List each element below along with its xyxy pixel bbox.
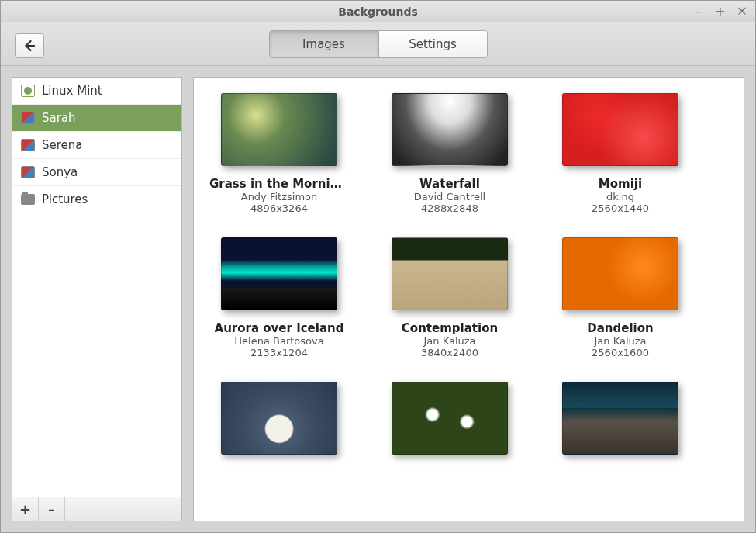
wallpaper-title: Contemplation [402, 321, 498, 335]
wallpaper-dimensions: 2560x1440 [592, 202, 649, 214]
wallpaper-thumbnail [221, 93, 337, 166]
add-folder-button[interactable]: + [12, 497, 39, 521]
sidebar-footer: + – [12, 497, 181, 521]
wallpaper-item[interactable] [551, 382, 690, 455]
wallpaper-dimensions: 3840x2400 [421, 347, 478, 358]
wallpaper-author: Helena Bartosova [234, 335, 323, 347]
sidebar-item-serena[interactable]: Serena [12, 132, 181, 159]
tab-images[interactable]: Images [270, 31, 378, 57]
wallpaper-author: Andy Fitzsimon [241, 191, 318, 202]
tab-settings[interactable]: Settings [378, 31, 487, 57]
folder-icon [20, 192, 36, 206]
minimize-icon[interactable]: – [692, 4, 706, 19]
wallpaper-title: Grass in the Morning Dew [209, 177, 349, 191]
titlebar: Backgrounds – + ✕ [1, 1, 755, 22]
wallpaper-thumbnail [392, 237, 508, 310]
wallpaper-title: Momiji [599, 177, 642, 191]
backgrounds-window: Backgrounds – + ✕ Images Settings Linux … [0, 0, 756, 533]
wallpaper-thumbnail [221, 382, 337, 455]
photo-icon [20, 165, 36, 179]
wallpaper-thumbnail [562, 237, 678, 310]
wallpaper-dimensions: 4896x3264 [250, 202, 308, 214]
wallpaper-dimensions: 2560x1600 [592, 347, 649, 358]
sidebar-item-label: Sonya [42, 165, 78, 179]
wallpaper-thumbnail [392, 382, 508, 455]
sidebar-item-label: Serena [42, 138, 83, 152]
wallpaper-item[interactable]: Contemplation Jan Kaluza 3840x2400 [380, 237, 520, 358]
wallpaper-item[interactable]: Dandelion Jan Kaluza 2560x1600 [551, 237, 690, 358]
sidebar-item-sarah[interactable]: Sarah [12, 105, 181, 132]
folder-list: Linux Mint Sarah Serena Sonya Pictures [12, 78, 181, 497]
wallpaper-title: Waterfall [419, 177, 480, 191]
tab-group: Images Settings [269, 30, 488, 58]
photo-icon [20, 111, 36, 125]
wallpaper-author: Jan Kaluza [423, 335, 475, 347]
wallpaper-item[interactable]: Waterfall David Cantrell 4288x2848 [380, 93, 520, 214]
back-arrow-icon [22, 39, 36, 53]
tab-images-label: Images [302, 37, 345, 51]
toolbar: Images Settings [1, 22, 755, 66]
tab-settings-label: Settings [409, 37, 457, 51]
wallpaper-item[interactable] [380, 382, 520, 455]
wallpaper-title: Aurora over Iceland [215, 321, 344, 335]
maximize-icon[interactable]: + [713, 4, 727, 19]
close-icon[interactable]: ✕ [735, 4, 749, 19]
sidebar-item-sonya[interactable]: Sonya [12, 159, 181, 186]
content: Linux Mint Sarah Serena Sonya Pictures [1, 66, 755, 532]
sidebar-item-linux-mint[interactable]: Linux Mint [12, 78, 181, 105]
mint-icon [20, 84, 36, 98]
wallpaper-dimensions: 4288x2848 [421, 202, 478, 214]
wallpaper-item[interactable] [209, 382, 349, 455]
wallpaper-thumbnail [562, 382, 678, 455]
wallpaper-panel[interactable]: Grass in the Morning Dew Andy Fitzsimon … [193, 77, 744, 521]
sidebar: Linux Mint Sarah Serena Sonya Pictures [12, 77, 182, 521]
wallpaper-title: Dandelion [587, 321, 653, 335]
wallpaper-grid: Grass in the Morning Dew Andy Fitzsimon … [202, 93, 736, 455]
wallpaper-author: Jan Kaluza [594, 335, 646, 347]
wallpaper-item[interactable]: Grass in the Morning Dew Andy Fitzsimon … [209, 93, 349, 214]
photo-icon [20, 138, 36, 152]
window-controls: – + ✕ [692, 4, 749, 19]
remove-folder-button[interactable]: – [39, 497, 65, 521]
wallpaper-author: dking [606, 191, 634, 202]
sidebar-item-label: Sarah [42, 111, 76, 125]
window-title: Backgrounds [338, 5, 418, 18]
sidebar-item-label: Pictures [42, 192, 88, 206]
sidebar-item-label: Linux Mint [42, 84, 102, 98]
sidebar-item-pictures[interactable]: Pictures [12, 186, 181, 213]
wallpaper-thumbnail [221, 237, 337, 310]
back-button[interactable] [15, 33, 44, 58]
wallpaper-dimensions: 2133x1204 [250, 347, 308, 358]
wallpaper-item[interactable]: Momiji dking 2560x1440 [551, 93, 690, 214]
wallpaper-author: David Cantrell [414, 191, 485, 202]
wallpaper-thumbnail [392, 93, 508, 166]
wallpaper-thumbnail [562, 93, 678, 166]
wallpaper-item[interactable]: Aurora over Iceland Helena Bartosova 213… [209, 237, 349, 358]
